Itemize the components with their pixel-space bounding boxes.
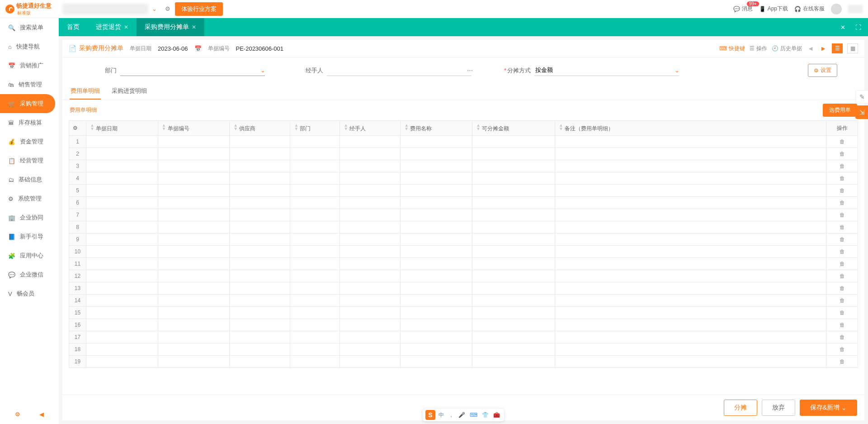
operations-link[interactable]: ☰操作 (750, 45, 767, 52)
settings-button[interactable]: ⚙设置 (808, 64, 837, 77)
ime-skin-icon[interactable]: 👕 (481, 412, 490, 418)
delete-icon[interactable]: 🗑 (840, 175, 845, 181)
delete-icon[interactable]: 🗑 (840, 236, 845, 243)
sidebar-item-12[interactable]: 🧩应用中心 (0, 246, 59, 265)
tab-fee-detail[interactable]: 费用单明细 (70, 83, 101, 100)
table-row[interactable]: 18🗑 (69, 343, 858, 356)
ime-bar[interactable]: S 中 ， 🎤 ⌨ 👕 🧰 (423, 409, 504, 421)
allocate-button[interactable]: 分摊 (724, 400, 757, 416)
edit-tool-icon[interactable]: ✎ (855, 90, 868, 104)
delete-icon[interactable]: 🗑 (840, 187, 845, 194)
delete-icon[interactable]: 🗑 (840, 200, 845, 206)
delete-icon[interactable]: 🗑 (840, 334, 845, 340)
delete-icon[interactable]: 🗑 (840, 212, 845, 218)
chevron-down-icon[interactable]: ⌄ (260, 67, 265, 74)
save-add-button[interactable]: 保存&新增⌄ (800, 400, 857, 416)
delete-icon[interactable]: 🗑 (840, 151, 845, 157)
close-icon[interactable]: ✕ (124, 24, 128, 30)
fullscreen-icon[interactable]: ⛶ (852, 21, 864, 33)
method-input[interactable] (534, 65, 679, 76)
sidebar-item-8[interactable]: 🗂基础信息 (0, 170, 59, 189)
sidebar-item-5[interactable]: 🏛库存核算 (0, 113, 59, 132)
next-arrow-icon[interactable]: ► (819, 45, 827, 52)
abandon-button[interactable]: 放弃 (762, 400, 795, 416)
col-fee-name[interactable]: ▲▼费用名称 (401, 121, 472, 136)
shortcut-link[interactable]: ⌨快捷键 (719, 45, 745, 52)
table-row[interactable]: 12🗑 (69, 270, 858, 282)
col-dept[interactable]: ▲▼部门 (290, 121, 340, 136)
tab-0[interactable]: 首页 (59, 18, 88, 36)
table-row[interactable]: 10🗑 (69, 246, 858, 258)
table-row[interactable]: 19🗑 (69, 356, 858, 368)
dept-input[interactable] (120, 65, 265, 76)
table-row[interactable]: 9🗑 (69, 233, 858, 246)
col-supplier[interactable]: ▲▼供应商 (230, 121, 290, 136)
handler-input[interactable] (327, 65, 472, 76)
close-all-tabs-icon[interactable]: ✕ (836, 21, 849, 33)
table-row[interactable]: 13🗑 (69, 282, 858, 295)
ime-toolbox-icon[interactable]: 🧰 (492, 412, 501, 418)
ime-keyboard-icon[interactable]: ⌨ (468, 412, 479, 418)
sidebar-item-0[interactable]: 🔍搜索菜单 (0, 18, 59, 37)
tab-2[interactable]: 采购费用分摊单✕ (137, 18, 204, 36)
col-handler[interactable]: ▲▼经手人 (340, 121, 401, 136)
sidebar-item-4[interactable]: 🛒采购管理 (0, 94, 55, 113)
delete-icon[interactable]: 🗑 (840, 285, 845, 291)
table-row[interactable]: 15🗑 (69, 307, 858, 319)
delete-icon[interactable]: 🗑 (840, 358, 845, 365)
table-row[interactable]: 16🗑 (69, 319, 858, 331)
chevron-down-icon[interactable]: ⌄ (152, 5, 157, 12)
app-download-button[interactable]: 📱 App下载 (759, 5, 788, 13)
table-row[interactable]: 5🗑 (69, 185, 858, 197)
history-link[interactable]: 🕘历史单据 (772, 45, 802, 52)
table-row[interactable]: 8🗑 (69, 221, 858, 233)
list-view-toggle[interactable]: ☰ (832, 43, 843, 53)
delete-icon[interactable]: 🗑 (840, 346, 845, 353)
delete-icon[interactable]: 🗑 (840, 297, 845, 304)
col-date[interactable]: ▲▼单据日期 (86, 121, 158, 136)
delete-icon[interactable]: 🗑 (840, 138, 845, 145)
settings-icon[interactable]: ⚙ (15, 411, 20, 418)
experience-industry-button[interactable]: 体验行业方案 (175, 2, 223, 16)
calendar-icon[interactable]: 📅 (194, 45, 202, 52)
sidebar-item-6[interactable]: 💰资金管理 (0, 132, 59, 151)
sidebar-item-11[interactable]: 📘新手引导 (0, 227, 59, 246)
card-view-toggle[interactable]: ▦ (847, 43, 858, 53)
collapse-icon[interactable]: ◀ (39, 411, 44, 418)
delete-icon[interactable]: 🗑 (840, 224, 845, 230)
ime-lang[interactable]: 中 (437, 411, 445, 419)
table-row[interactable]: 17🗑 (69, 331, 858, 343)
ime-mic-icon[interactable]: 🎤 (457, 412, 467, 418)
company-dropdown-blur[interactable] (62, 4, 148, 14)
date-value[interactable]: 2023-06-06 (158, 45, 188, 52)
sidebar-item-3[interactable]: 🛍销售管理 (0, 75, 59, 94)
table-row[interactable]: 4🗑 (69, 172, 858, 185)
more-icon[interactable]: ⋯ (467, 67, 473, 74)
table-row[interactable]: 3🗑 (69, 160, 858, 172)
sidebar-item-13[interactable]: 💬企业微信 (0, 265, 59, 284)
sidebar-item-9[interactable]: ⚙系统管理 (0, 189, 59, 208)
chevron-down-icon[interactable]: ⌄ (675, 67, 679, 74)
sidebar-item-14[interactable]: V畅会员 (0, 284, 59, 303)
sidebar-item-1[interactable]: ⌂快捷导航 (0, 37, 59, 56)
ime-punct-icon[interactable]: ， (447, 411, 455, 419)
table-row[interactable]: 14🗑 (69, 295, 858, 307)
gear-icon[interactable]: ⚙ (165, 5, 170, 12)
prev-arrow-icon[interactable]: ◄ (807, 45, 815, 52)
message-button[interactable]: 💬 消息 99+ (733, 5, 753, 13)
table-row[interactable]: 11🗑 (69, 258, 858, 270)
table-row[interactable]: 7🗑 (69, 209, 858, 221)
tab-purchase-detail[interactable]: 采购进货明细 (111, 83, 148, 100)
delete-icon[interactable]: 🗑 (840, 310, 845, 316)
online-service-button[interactable]: 🎧 在线客服 (794, 5, 825, 13)
avatar[interactable] (831, 4, 842, 14)
delete-icon[interactable]: 🗑 (840, 248, 845, 255)
sidebar-item-7[interactable]: 📋经营管理 (0, 151, 59, 170)
delete-icon[interactable]: 🗑 (840, 322, 845, 328)
col-no[interactable]: ▲▼单据编号 (158, 121, 230, 136)
close-icon[interactable]: ✕ (192, 24, 196, 30)
table-row[interactable]: 2🗑 (69, 148, 858, 160)
delete-icon[interactable]: 🗑 (840, 163, 845, 169)
table-row[interactable]: 6🗑 (69, 197, 858, 209)
tab-1[interactable]: 进货退货✕ (88, 18, 137, 36)
